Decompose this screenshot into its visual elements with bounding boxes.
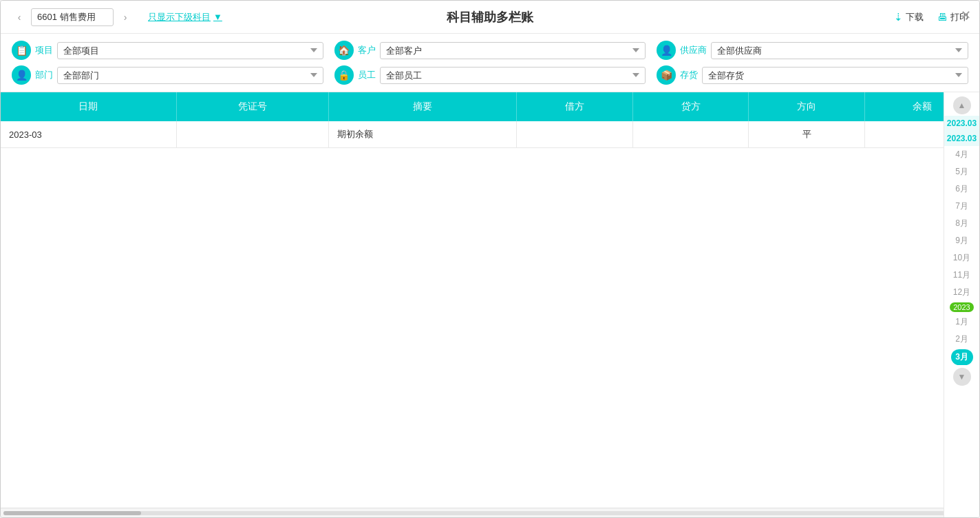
year-badge[interactable]: 2023 [950,302,973,312]
download-button[interactable]: ⇣ 下载 [894,11,924,23]
customer-select[interactable]: 全部客户 [380,42,646,59]
side-item-2023-03-second[interactable]: 2023.03 [944,131,979,146]
employee-select[interactable]: 全部员工 [380,67,646,84]
side-arrow-up[interactable]: ▲ [953,96,971,114]
department-label: 部门 [35,69,53,81]
col-debit: 借方 [517,92,633,121]
main-window: ‹ 6601 销售费用 › 只显示下级科目 ▼ 科目辅助多栏账 ⇣ 下载 🖶 打… [0,0,980,518]
side-panel: ▲ 2023.03 2023.03 4月 5月 6月 7月 8月 9月 10月 … [944,92,979,517]
supplier-select[interactable]: 全部供应商 [711,42,968,59]
cell-direction: 平 [749,121,865,148]
print-icon: 🖶 [937,11,948,23]
download-icon: ⇣ [894,11,903,23]
filter-area: 📋 项目 全部项目 🏠 客户 全部客户 👤 供应商 全部供应商 [1,34,979,92]
customer-label: 客户 [358,44,376,56]
supplier-icon: 👤 [657,41,676,60]
next-account-button[interactable]: › [118,10,133,25]
cell-date: 2023-03 [1,121,176,148]
side-item-7[interactable]: 7月 [944,198,979,215]
col-summary: 摘要 [328,92,516,121]
cell-summary: 期初余额 [328,121,516,148]
title-bar: ‹ 6601 销售费用 › 只显示下级科目 ▼ 科目辅助多栏账 ⇣ 下载 🖶 打… [1,1,979,34]
table-row: 2023-03 期初余额 平 [1,121,979,148]
customer-icon: 🏠 [334,41,354,60]
inventory-select[interactable]: 全部存货 [702,67,968,84]
chevron-down-icon: ▼ [213,12,222,22]
close-button[interactable]: ✕ [961,8,971,23]
scroll-thumb[interactable] [3,511,141,515]
table-header-row: 日期 凭证号 摘要 借方 贷方 方向 余额 [1,92,979,121]
side-item-2[interactable]: 2月 [944,331,979,348]
side-item-6[interactable]: 6月 [944,180,979,198]
side-item-4[interactable]: 4月 [944,146,979,163]
side-item-3-current[interactable]: 3月 [951,349,973,365]
employee-icon: 🔒 [334,65,354,85]
side-item-1[interactable]: 1月 [944,313,979,331]
cell-debit [517,121,633,148]
side-arrow-down[interactable]: ▼ [953,368,971,386]
filter-customer: 🏠 客户 全部客户 [334,41,646,60]
cell-voucher [176,121,328,148]
supplier-label: 供应商 [680,44,707,56]
horizontal-scrollbar[interactable] [1,508,979,517]
col-date: 日期 [1,92,176,121]
page-title: 科目辅助多栏账 [447,9,533,25]
filter-row-1: 📋 项目 全部项目 🏠 客户 全部客户 👤 供应商 全部供应商 [12,41,968,60]
inventory-label: 存货 [680,69,698,81]
project-icon: 📋 [12,41,31,60]
inventory-icon: 📦 [657,65,676,85]
filter-project: 📋 项目 全部项目 [12,41,323,60]
nav-section: ‹ 6601 销售费用 › 只显示下级科目 ▼ [12,8,222,26]
table-container: 日期 凭证号 摘要 借方 贷方 方向 余额 2023-03 期初余额 [1,92,979,508]
side-item-5[interactable]: 5月 [944,163,979,180]
department-select[interactable]: 全部部门 [57,67,323,84]
department-icon: 👤 [12,65,31,85]
employee-label: 员工 [358,69,376,81]
side-item-9[interactable]: 9月 [944,232,979,249]
side-item-11[interactable]: 11月 [944,267,979,284]
ledger-table: 日期 凭证号 摘要 借方 贷方 方向 余额 2023-03 期初余额 [1,92,979,148]
account-code: 6601 销售费用 [31,8,114,26]
col-credit: 贷方 [632,92,749,121]
filter-inventory: 📦 存货 全部存货 [657,65,968,85]
filter-employee: 🔒 员工 全部员工 [334,65,646,85]
cell-credit [632,121,749,148]
project-label: 项目 [35,44,53,56]
show-sub-dropdown[interactable]: 只显示下级科目 ▼ [148,11,222,23]
side-item-10[interactable]: 10月 [944,249,979,267]
col-voucher: 凭证号 [176,92,328,121]
filter-department: 👤 部门 全部部门 [12,65,323,85]
filter-supplier: 👤 供应商 全部供应商 [657,41,968,60]
toolbar-right: ⇣ 下载 🖶 打印 [894,11,968,23]
prev-account-button[interactable]: ‹ [12,10,27,25]
side-item-12[interactable]: 12月 [944,284,979,301]
scroll-track [3,511,977,515]
col-direction: 方向 [749,92,865,121]
side-item-2023-03-top[interactable]: 2023.03 [944,116,979,131]
side-item-8[interactable]: 8月 [944,215,979,232]
project-select[interactable]: 全部项目 [57,42,323,59]
filter-row-2: 👤 部门 全部部门 🔒 员工 全部员工 📦 存货 全部存货 [12,65,968,85]
